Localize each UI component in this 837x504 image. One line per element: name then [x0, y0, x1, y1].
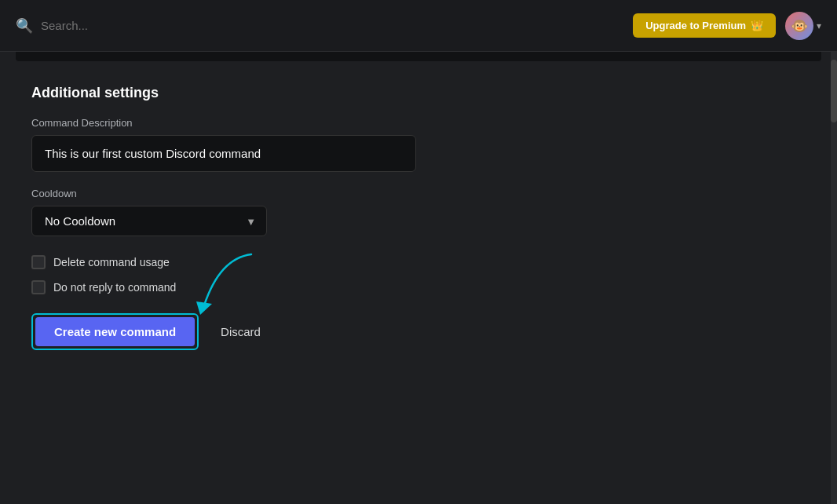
- create-button-wrapper: Create new command: [31, 313, 199, 350]
- section-title: Additional settings: [31, 85, 806, 101]
- cooldown-wrapper: No Cooldown 5 seconds 10 seconds 30 seco…: [31, 206, 267, 236]
- no-reply-label: Do not reply to command: [53, 281, 176, 294]
- top-bar: [16, 52, 821, 61]
- header-right: Upgrade to Premium 👑 🐵 ▾: [633, 12, 821, 40]
- delete-command-checkbox[interactable]: [31, 255, 46, 269]
- crown-icon: 👑: [751, 20, 763, 31]
- chevron-down-icon: ▾: [817, 20, 821, 31]
- main-content: Additional settings Command Description …: [0, 52, 837, 504]
- checkbox-row-delete: Delete command usage: [31, 255, 806, 269]
- settings-container: Additional settings Command Description …: [0, 85, 837, 382]
- cooldown-label: Cooldown: [31, 188, 806, 199]
- avatar-wrap[interactable]: 🐵 ▾: [785, 12, 821, 40]
- header: 🔍 Upgrade to Premium 👑 🐵 ▾: [0, 0, 837, 52]
- cooldown-select[interactable]: No Cooldown 5 seconds 10 seconds 30 seco…: [31, 206, 267, 236]
- avatar: 🐵: [785, 12, 813, 40]
- description-input[interactable]: [31, 135, 416, 172]
- svg-marker-0: [196, 301, 212, 315]
- buttons-area: Create new command Discard: [31, 313, 806, 350]
- search-input[interactable]: [41, 19, 198, 32]
- scrollbar-thumb[interactable]: [831, 60, 837, 122]
- search-icon: 🔍: [16, 17, 33, 35]
- create-new-command-button[interactable]: Create new command: [35, 317, 195, 346]
- search-area: 🔍: [16, 17, 198, 35]
- scrollbar-track[interactable]: [831, 52, 837, 504]
- no-reply-checkbox[interactable]: [31, 280, 46, 294]
- upgrade-label: Upgrade to Premium: [645, 20, 746, 31]
- upgrade-button[interactable]: Upgrade to Premium 👑: [633, 13, 776, 38]
- content-area: Additional settings Command Description …: [0, 52, 837, 504]
- discard-button[interactable]: Discard: [211, 317, 270, 346]
- description-label: Command Description: [31, 117, 806, 129]
- delete-command-label: Delete command usage: [53, 256, 170, 268]
- checkbox-row-noreply: Do not reply to command: [31, 280, 806, 294]
